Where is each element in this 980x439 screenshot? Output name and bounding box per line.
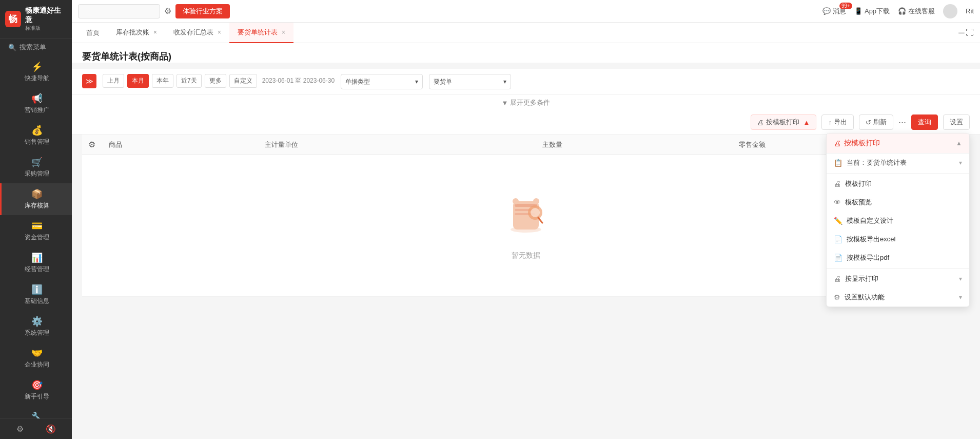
dropdown-item-template-design[interactable]: ✏️ 模板自定义设计 [827,212,969,230]
online-service-btn[interactable]: 🎧 在线客服 [898,7,935,16]
marketing-icon: 📢 [31,93,43,104]
print-template-btn[interactable]: 🖨 按模板打印 ▲ [751,114,817,130]
date-btn-current-month[interactable]: 本月 [127,74,149,88]
col-quantity: 主数量 [536,135,733,155]
date-btn-custom[interactable]: 自定义 [229,74,257,88]
date-range-text: 2023-06-01 至 2023-06-30 [262,77,335,85]
sidebar-item-system[interactable]: ⚙️ 系统管理 [0,311,72,342]
dropdown-printer-icon: 🖨 [834,139,841,147]
avatar-circle [943,4,957,18]
sidebar-item-appstore[interactable]: 🔧 应用中心 [0,406,72,418]
search-icon: 🔍 [8,44,16,51]
sidebar-item-sales[interactable]: 💰 销售管理 [0,120,72,151]
guide-icon: 🎯 [31,379,43,391]
export-btn[interactable]: ↑ 导出 [821,114,854,130]
query-btn[interactable]: 查询 [911,114,938,130]
topbar: ⚙ 体验行业方案 💬 消息 99+ 📱 App下载 🎧 在线客服 Rit [72,0,980,23]
date-btn-more[interactable]: 更多 [205,74,226,88]
dropdown-divider-1 [827,173,969,174]
dropdown-display-print[interactable]: 🖨 按显示打印 ▾ [827,270,969,288]
page-header: 要货单统计表(按商品) [72,43,980,63]
minimize-icon[interactable]: ─ [957,29,966,37]
dropdown-item-template-print[interactable]: 🖨 模板打印 [827,175,969,193]
export-icon: ↑ [828,119,832,126]
dropdown-item-template-preview[interactable]: 👁 模板预览 [827,193,969,212]
dropdown-divider-2 [827,268,969,269]
default-setting-icon: ⚙ [834,293,840,301]
dropdown-current-template[interactable]: 📋 当前：要货单统计表 ▾ [827,154,969,172]
mute-icon[interactable]: 🔇 [46,424,56,434]
empty-illustration [500,191,552,245]
topbar-left: ⚙ 体验行业方案 [78,4,230,18]
tab-receivable-summary[interactable]: 收发存汇总表 × [165,23,229,43]
dropdown-collapse-btn[interactable]: ▲ [956,140,962,147]
maximize-icon[interactable]: ⛶ [966,29,974,37]
export-pdf-icon: 📄 [834,254,842,262]
dropdown-header-title: 🖨 按模板打印 [834,139,880,148]
sidebar-item-quick-nav[interactable]: ⚡ 快捷导航 [0,56,72,88]
tabbar: 首页 库存批次账 × 收发存汇总表 × 要货单统计表 × ─ ⛶ [72,23,980,43]
sidebar-item-operation[interactable]: 📊 经营管理 [0,247,72,279]
template-preview-icon: 👁 [834,198,841,206]
tab-home[interactable]: 首页 [78,23,108,43]
table-column-settings-icon[interactable]: ⚙ [88,140,95,149]
sidebar-item-enterprise[interactable]: 🤝 企业协同 [0,342,72,374]
sidebar-bottom: ⚙ 🔇 [0,418,72,439]
sidebar-item-inventory[interactable]: 📦 库存核算 [0,183,72,215]
bill-type-label: 单据类型 [345,78,370,86]
app-download-btn[interactable]: 📱 App下载 [854,7,890,16]
sidebar-item-label: 企业协同 [25,360,49,369]
sidebar-item-purchase[interactable]: 🛒 采购管理 [0,151,72,183]
sidebar-item-label: 资金管理 [25,233,49,242]
tab-close-order-summary[interactable]: × [282,29,285,36]
bill-type-chevron-icon: ▾ [415,78,418,85]
empty-svg-icon [500,191,552,237]
sidebar-item-finance[interactable]: 💳 资金管理 [0,215,72,247]
date-btn-prev-month[interactable]: 上月 [103,74,124,88]
sidebar-item-label: 库存核算 [25,201,49,210]
sidebar-item-label: 新手引导 [25,392,49,401]
trial-btn[interactable]: 体验行业方案 [175,4,230,18]
svg-point-6 [531,208,540,217]
display-print-chevron-icon: ▾ [959,275,962,282]
dropdown-item-export-excel[interactable]: 📄 按模板导出excel [827,230,969,249]
quick-nav-icon: ⚡ [31,61,43,72]
sales-icon: 💰 [31,125,43,136]
sidebar-item-guide[interactable]: 🎯 新手引导 [0,374,72,406]
display-print-icon: 🖨 [834,275,841,283]
dropdown-default-setting[interactable]: ⚙ 设置默认功能 ▾ [827,288,969,307]
settings-btn[interactable]: 设置 [943,114,970,130]
dropdown-item-export-pdf[interactable]: 📄 按模板导出pdf [827,249,969,267]
bill-type-select[interactable]: 单据类型 ▾ [341,74,423,89]
expand-more-btn[interactable]: ▼ 展开更多条件 [502,98,551,107]
template-design-icon: ✏️ [834,217,842,225]
date-btn-current-year[interactable]: 本年 [152,74,173,88]
app-logo-text: 畅康通好生意 标准版 [25,6,67,32]
order-category-select[interactable]: 要货单 ▾ [429,74,511,89]
topbar-search-input[interactable] [78,4,160,18]
notification-btn[interactable]: 💬 消息 99+ [822,7,846,16]
sidebar-item-basic[interactable]: ℹ️ 基础信息 [0,279,72,311]
filter-expand-btn[interactable]: ≫ [82,74,96,88]
col-unit: 主计量单位 [259,135,536,155]
dropdown-current-left: 📋 当前：要货单统计表 [834,158,907,167]
refresh-btn[interactable]: ↺ 刷新 [859,114,893,130]
mobile-icon: 📱 [854,7,863,15]
tab-inventory-batch[interactable]: 库存批次账 × [108,23,165,43]
enterprise-icon: 🤝 [31,348,43,359]
page-title: 要货单统计表(按商品) [82,50,970,63]
tabbar-right: ─ ⛶ [957,29,974,37]
template-print-icon: 🖨 [834,180,841,188]
svg-point-8 [513,198,519,204]
tab-close-receivable-summary[interactable]: × [218,29,221,36]
printer-icon: 🖨 [757,119,764,126]
sidebar-item-marketing[interactable]: 📢 营销推广 [0,88,72,120]
tab-order-summary[interactable]: 要货单统计表 × [229,23,293,43]
date-btn-7days[interactable]: 近7天 [177,74,202,88]
gear-icon[interactable]: ⚙ [164,6,171,16]
settings-bottom-icon[interactable]: ⚙ [16,424,24,434]
sidebar-search[interactable]: 🔍 搜索菜单 [0,39,72,56]
more-actions-btn[interactable]: ··· [898,117,906,128]
user-avatar[interactable] [943,4,957,18]
tab-close-inventory-batch[interactable]: × [153,29,157,36]
